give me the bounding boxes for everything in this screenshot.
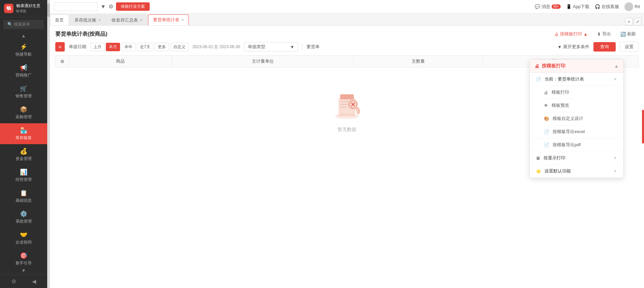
- sidebar-item-sales[interactable]: 🛒 销售管理: [0, 82, 47, 102]
- print-label: 按模板打印: [560, 31, 582, 37]
- tab-close-all-btn[interactable]: ×: [625, 18, 633, 25]
- sidebar: 畅 畅康通好生意 标准版 🔍 搜索菜单 ▲ ⚡ 快捷导航 📢 营销推广 🛒 销售…: [0, 0, 47, 288]
- current-month-btn[interactable]: 本月: [106, 43, 120, 51]
- doc-type-select[interactable]: 单据类型 ▼: [244, 42, 298, 52]
- topbar-search-input[interactable]: [54, 2, 98, 11]
- template-print-label: 模板打印: [552, 89, 569, 95]
- topbar-dropdown-icon[interactable]: ▼: [100, 4, 106, 10]
- export-excel-label: 按模板导出excel: [553, 129, 585, 135]
- export-btn[interactable]: ⬆ 导出: [594, 30, 614, 38]
- print-arrow-icon: ▲: [583, 32, 588, 37]
- tab-inventory-batch-close[interactable]: ×: [98, 18, 101, 23]
- template-print-icon: 🖨: [544, 90, 548, 95]
- dropdown-template-print[interactable]: 🖨 模板打印: [530, 86, 623, 99]
- display-print-arrow: ▼: [613, 156, 617, 160]
- tab-receipt-summary-label: 收发存汇总表: [112, 17, 138, 23]
- prev-month-btn[interactable]: 上月: [90, 43, 105, 51]
- print-dropdown-popup: 🖨 按模板打印 ▲ 📄 当前：要货单统计表 ▼ 🖨 模板打印 👁: [529, 59, 624, 178]
- date-range-display: 2023-06-01 至 2023-06-30: [193, 44, 240, 50]
- tab-inventory-batch[interactable]: 库存批次账 ×: [69, 14, 106, 25]
- refresh-btn[interactable]: 🔄 刷新: [618, 30, 639, 38]
- current-year-btn[interactable]: 本年: [121, 43, 136, 51]
- sidebar-item-purchase[interactable]: 📦 采购管理: [0, 102, 47, 123]
- download-icon: 📱: [566, 4, 572, 9]
- sidebar-item-quick-nav[interactable]: ⚡ 快捷导航: [0, 40, 47, 61]
- sidebar-bottom: ⚙ ◀: [0, 275, 47, 288]
- sidebar-item-label: 库存核算: [16, 135, 32, 141]
- sidebar-item-system[interactable]: ⚙️ 系统管理: [0, 207, 47, 228]
- tab-order-stats[interactable]: 要货单统计表 ×: [148, 14, 189, 25]
- expand-conditions-btn[interactable]: ▼ 展开更多条件: [557, 44, 589, 50]
- sidebar-collapse-btn[interactable]: ◀: [32, 278, 36, 285]
- dropdown-template-preview[interactable]: 👁 模板预览: [530, 99, 623, 112]
- dropdown-current-left: 📄 当前：要货单统计表: [536, 76, 584, 82]
- sidebar-item-basic[interactable]: 📋 基础信息: [0, 186, 47, 207]
- user-avatar[interactable]: Rit: [624, 2, 640, 11]
- dropdown-collapse-btn[interactable]: ▲: [614, 63, 619, 69]
- expand-label: 展开更多条件: [563, 44, 589, 50]
- dropdown-export-excel[interactable]: 📄 按模板导出excel: [530, 125, 623, 138]
- sidebar-item-label: 经营管理: [16, 177, 32, 183]
- dropdown-template-design[interactable]: 🎨 模板自定义设计: [530, 112, 623, 125]
- operation-icon: 📊: [20, 168, 27, 176]
- sidebar-item-label: 快捷导航: [16, 52, 32, 57]
- message-label: 消息: [541, 4, 550, 10]
- sidebar-scroll-up[interactable]: ▲: [21, 33, 26, 38]
- template-preview-label: 模板预览: [552, 102, 569, 108]
- dropdown-current-template[interactable]: 📄 当前：要货单统计表 ▼: [530, 73, 623, 86]
- dropdown-display-print[interactable]: 🖥 按显示打印 ▼: [530, 152, 623, 165]
- table-header-goods: 商品: [69, 56, 172, 67]
- dropdown-set-default[interactable]: ⭐ 设置默认功能 ▼: [530, 165, 623, 178]
- tab-order-stats-close[interactable]: ×: [181, 18, 184, 22]
- table-settings-icon: ⚙: [60, 59, 64, 64]
- filter-collapse-btn[interactable]: »: [55, 42, 65, 52]
- sidebar-scroll-down[interactable]: ▼: [21, 268, 26, 273]
- query-btn[interactable]: 查询: [593, 42, 616, 52]
- sidebar-nav: ⚡ 快捷导航 📢 营销推广 🛒 销售管理 📦 采购管理 🏪 库存核算 💰 资金管…: [0, 40, 47, 266]
- topbar-settings-icon[interactable]: ⚙: [109, 3, 113, 10]
- dropdown-export-pdf[interactable]: 📄 按模板导出pdf: [530, 138, 623, 152]
- table-header-settings[interactable]: ⚙: [56, 56, 69, 67]
- sidebar-settings-btn[interactable]: ⚙: [11, 278, 16, 285]
- sidebar-item-marketing[interactable]: 📢 营销推广: [0, 61, 47, 82]
- user-name: Rit: [635, 4, 640, 9]
- sidebar-item-operation[interactable]: 📊 经营管理: [0, 165, 47, 186]
- sidebar-search[interactable]: 🔍 搜索菜单: [3, 20, 44, 29]
- message-badge: 99+: [552, 4, 561, 9]
- system-icon: ⚙️: [20, 210, 27, 218]
- dropdown-header-left: 🖨 按模板打印: [534, 63, 565, 69]
- last7-btn[interactable]: 近7天: [137, 43, 153, 51]
- template-design-icon: 🎨: [544, 116, 549, 121]
- empty-text: 暂无数据: [338, 127, 356, 133]
- doc-type-label: 单据类型: [248, 44, 265, 50]
- settings-btn[interactable]: 设置: [620, 42, 639, 52]
- online-service-btn[interactable]: 🎧 在线客服: [595, 4, 619, 10]
- messages-btn[interactable]: 💬 消息 99+: [535, 4, 561, 10]
- sidebar-item-collab[interactable]: 🤝 企业协同: [0, 228, 47, 249]
- tab-receipt-summary-close[interactable]: ×: [140, 18, 142, 23]
- template-preview-icon: 👁: [544, 103, 548, 108]
- tab-maximize-btn[interactable]: ⤢: [634, 18, 641, 25]
- app-download-btn[interactable]: 📱 App下载: [566, 4, 589, 10]
- message-icon: 💬: [535, 4, 540, 9]
- tab-home[interactable]: 首页: [50, 14, 69, 25]
- app-download-label: App下载: [573, 4, 589, 10]
- filter-bar: » 单据日期 上月 本月 本年 近7天 更多 自定义 2023-06-01 至 …: [50, 38, 644, 55]
- collab-icon: 🤝: [20, 231, 27, 238]
- sidebar-item-label: 系统管理: [16, 219, 32, 224]
- sidebar-item-finance[interactable]: 💰 资金管理: [0, 144, 47, 165]
- trial-btn[interactable]: 体验行业方案: [116, 2, 150, 11]
- print-btn[interactable]: 🖨 按模板打印 ▲: [552, 30, 590, 38]
- main-area: ▼ ⚙ 体验行业方案 💬 消息 99+ 📱 App下载 🎧 在线客服 Rit: [50, 0, 644, 288]
- sidebar-item-guide[interactable]: 🎯 新手引导: [0, 249, 47, 266]
- service-label: 在线客服: [602, 4, 619, 10]
- purchase-icon: 📦: [20, 106, 27, 113]
- tab-receipt-summary[interactable]: 收发存汇总表 ×: [107, 14, 147, 25]
- app-name-block: 畅康通好生意 标准版: [16, 3, 40, 13]
- date-filter-label: 单据日期: [69, 44, 86, 50]
- date-filter-group: 上月 本月 本年 近7天 更多 自定义: [90, 43, 188, 51]
- table-header-qty: 主数量: [354, 56, 483, 67]
- sidebar-item-inventory[interactable]: 🏪 库存核算: [0, 123, 47, 144]
- more-date-btn[interactable]: 更多: [155, 43, 169, 51]
- custom-date-btn[interactable]: 自定义: [170, 43, 188, 51]
